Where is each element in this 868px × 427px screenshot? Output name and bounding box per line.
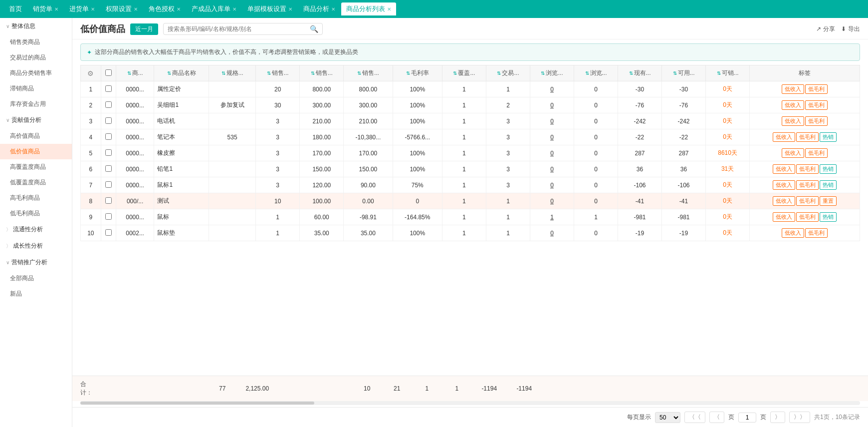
row-view1[interactable]: 0 bbox=[530, 113, 574, 129]
nav-home[interactable]: 首页 bbox=[4, 2, 27, 15]
row-checkbox-cell[interactable] bbox=[101, 209, 116, 225]
sidebar-item-high-value[interactable]: 高价值商品 bbox=[0, 128, 72, 144]
row-checkbox[interactable] bbox=[105, 165, 112, 172]
row-view1[interactable]: 0 bbox=[530, 193, 574, 209]
row-name[interactable]: 电话机 bbox=[154, 113, 209, 129]
row-checkbox-cell[interactable] bbox=[101, 177, 116, 193]
row-checkbox[interactable] bbox=[105, 117, 112, 124]
nav-warehousing[interactable]: 产成品入库单 ✕ bbox=[187, 2, 241, 15]
nav-close-permissions[interactable]: ✕ bbox=[134, 6, 138, 12]
row-view1[interactable]: 0 bbox=[530, 177, 574, 193]
nav-close-template[interactable]: ✕ bbox=[288, 6, 292, 12]
search-icon[interactable]: 🔍 bbox=[310, 25, 318, 33]
per-page-select[interactable]: 50 100 200 bbox=[655, 412, 680, 423]
scrollbar-thumb[interactable] bbox=[80, 402, 314, 405]
nav-close-analysis-list[interactable]: ✕ bbox=[387, 6, 391, 12]
row-checkbox-cell[interactable] bbox=[101, 225, 116, 241]
row-checkbox[interactable] bbox=[105, 85, 112, 92]
row-checkbox-cell[interactable] bbox=[101, 161, 116, 177]
row-code: 0000... bbox=[116, 145, 154, 161]
nav-analysis[interactable]: 商品分析 ✕ bbox=[298, 2, 340, 15]
next-page-button[interactable]: 〉 bbox=[770, 412, 785, 423]
row-checkbox-cell[interactable] bbox=[101, 113, 116, 129]
sidebar-group-marketing[interactable]: ∨ 营销推广分析 bbox=[0, 254, 72, 271]
row-name[interactable]: 属性定价 bbox=[154, 81, 209, 97]
row-view1[interactable]: 0 bbox=[530, 97, 574, 113]
nav-analysis-list[interactable]: 商品分析列表 ✕ bbox=[341, 2, 396, 15]
row-tags: 低收入低毛利 bbox=[750, 81, 860, 97]
sidebar-group-overall[interactable]: ∨ 整体信息 bbox=[0, 18, 72, 34]
sidebar-item-sales-goods[interactable]: 销售类商品 bbox=[0, 34, 72, 50]
row-view1[interactable]: 1 bbox=[530, 209, 574, 225]
row-view1[interactable]: 0 bbox=[530, 161, 574, 177]
col-gear[interactable]: ⚙ bbox=[81, 65, 101, 81]
row-name[interactable]: 笔记本 bbox=[154, 129, 209, 145]
row-checkbox[interactable] bbox=[105, 133, 112, 140]
page-input[interactable] bbox=[738, 413, 756, 423]
row-name[interactable]: 鼠标1 bbox=[154, 177, 209, 193]
row-checkbox[interactable] bbox=[105, 213, 112, 220]
row-checkbox-cell[interactable] bbox=[101, 193, 116, 209]
row-checkbox[interactable] bbox=[105, 149, 112, 156]
nav-close-roles[interactable]: ✕ bbox=[177, 6, 181, 12]
row-checkbox[interactable] bbox=[105, 229, 112, 236]
footer-usable: -1194 bbox=[507, 385, 542, 392]
row-checkbox-cell[interactable] bbox=[101, 97, 116, 113]
share-button[interactable]: ↗ 分享 bbox=[816, 25, 835, 33]
nav-permissions[interactable]: 权限设置 ✕ bbox=[101, 2, 143, 15]
first-page-button[interactable]: 〈〈 bbox=[684, 412, 705, 423]
row-checkbox-cell[interactable] bbox=[101, 81, 116, 97]
nav-template[interactable]: 单据模板设置 ✕ bbox=[242, 2, 297, 15]
row-checkbox[interactable] bbox=[105, 101, 112, 108]
nav-roles[interactable]: 角色授权 ✕ bbox=[144, 2, 186, 15]
prev-page-button[interactable]: 〈 bbox=[709, 412, 724, 423]
nav-close-sales[interactable]: ✕ bbox=[54, 6, 58, 12]
col-trade: ⇅交易... bbox=[486, 65, 530, 81]
row-tags: 低收入低毛利 bbox=[750, 225, 860, 241]
gear-icon[interactable]: ⚙ bbox=[87, 69, 94, 77]
row-checkbox-cell[interactable] bbox=[101, 145, 116, 161]
export-button[interactable]: ⬇ 导出 bbox=[841, 25, 860, 33]
footer-view1: 1 bbox=[412, 385, 442, 392]
sidebar-item-all-goods[interactable]: 全部商品 bbox=[0, 271, 72, 286]
sidebar-item-high-margin[interactable]: 高毛利商品 bbox=[0, 190, 72, 206]
row-checkbox-cell[interactable] bbox=[101, 129, 116, 145]
row-name[interactable]: 鼠标 bbox=[154, 209, 209, 225]
nav-close-warehousing[interactable]: ✕ bbox=[232, 6, 236, 12]
search-input[interactable] bbox=[168, 25, 307, 32]
sidebar-item-low-coverage[interactable]: 低覆盖度商品 bbox=[0, 175, 72, 190]
row-coverage: 1 bbox=[442, 177, 486, 193]
row-name[interactable]: 鼠标垫 bbox=[154, 225, 209, 241]
sidebar-group-growth[interactable]: 〉 成长性分析 bbox=[0, 238, 72, 254]
nav-close-purchase[interactable]: ✕ bbox=[91, 6, 95, 12]
sidebar-item-category-rate[interactable]: 商品分类销售率 bbox=[0, 65, 72, 81]
row-view1[interactable]: 0 bbox=[530, 225, 574, 241]
row-name[interactable]: 橡皮擦 bbox=[154, 145, 209, 161]
last-page-button[interactable]: 〉〉 bbox=[789, 412, 810, 423]
sidebar-item-low-value[interactable]: 低价值商品 bbox=[0, 144, 72, 159]
row-name[interactable]: 铅笔1 bbox=[154, 161, 209, 177]
nav-sales[interactable]: 销货单 ✕ bbox=[28, 2, 63, 15]
row-coverage: 1 bbox=[442, 161, 486, 177]
horizontal-scrollbar[interactable] bbox=[80, 401, 860, 405]
nav-close-analysis[interactable]: ✕ bbox=[331, 6, 335, 12]
col-sale-amount: ⇅销售... bbox=[300, 65, 344, 81]
nav-purchase[interactable]: 进货单 ✕ bbox=[64, 2, 100, 15]
row-view1[interactable]: 0 bbox=[530, 145, 574, 161]
sidebar-item-slow-moving[interactable]: 滞销商品 bbox=[0, 81, 72, 96]
row-view1[interactable]: 0 bbox=[530, 129, 574, 145]
sidebar-group-circulation[interactable]: 〉 流通性分析 bbox=[0, 221, 72, 238]
row-checkbox[interactable] bbox=[105, 197, 112, 204]
row-name[interactable]: 测试 bbox=[154, 193, 209, 209]
time-filter-button[interactable]: 近一月 bbox=[130, 23, 158, 35]
sidebar-item-traded[interactable]: 交易过的商品 bbox=[0, 50, 72, 65]
sidebar-item-high-coverage[interactable]: 高覆盖度商品 bbox=[0, 159, 72, 175]
row-name[interactable]: 吴细细1 bbox=[154, 97, 209, 113]
row-view1[interactable]: 0 bbox=[530, 81, 574, 97]
sidebar-item-inventory-capital[interactable]: 库存资金占用 bbox=[0, 96, 72, 112]
select-all-checkbox[interactable] bbox=[105, 69, 112, 76]
sidebar-item-new-goods[interactable]: 新品 bbox=[0, 286, 72, 302]
sidebar-group-contribution[interactable]: ∨ 贡献值分析 bbox=[0, 112, 72, 128]
row-checkbox[interactable] bbox=[105, 181, 112, 188]
sidebar-item-low-margin[interactable]: 低毛利商品 bbox=[0, 206, 72, 221]
